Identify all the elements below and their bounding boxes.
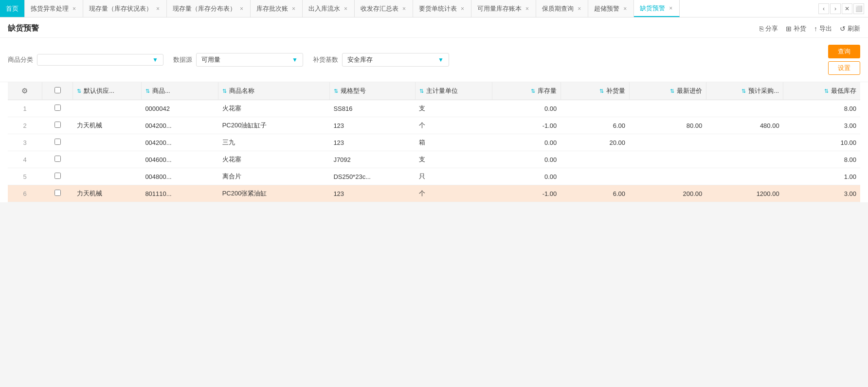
tab-close-btn[interactable]: ✕: [842, 3, 852, 14]
tab-batch-label: 库存批次账: [256, 4, 288, 13]
gear-icon[interactable]: ⚙: [21, 87, 28, 95]
table-container: ⚙ ⇅ 默认供应... ⇅ 商品...: [0, 82, 868, 202]
share-button[interactable]: ⎘ 分享: [760, 24, 778, 33]
row-checkbox-1[interactable]: [54, 122, 61, 128]
row-checkbox-0[interactable]: [54, 105, 61, 111]
replenish-icon: ⊞: [786, 25, 792, 33]
cell-checkbox-5[interactable]: [42, 185, 72, 202]
th-spec[interactable]: ⇅ 规格型号: [329, 82, 415, 100]
category-select[interactable]: ▼: [37, 54, 163, 66]
tab-batch-account[interactable]: 库存批次账 ×: [251, 0, 303, 17]
th-sku[interactable]: ⇅ 商品...: [141, 82, 218, 100]
tab-inventory-dist[interactable]: 现存量（库存分布表） ×: [167, 0, 251, 17]
th-min-stock[interactable]: ⇅ 最低库存: [783, 82, 860, 100]
th-replenish[interactable]: ⇅ 补货量: [561, 82, 629, 100]
table-row: 1 0000042 火花塞 SS816 支 0.00 8.00: [8, 100, 860, 117]
supplier-sort-icon: ⇅: [77, 88, 81, 94]
cell-checkbox-2[interactable]: [42, 134, 72, 151]
tab-overstock-label: 超储预警: [594, 4, 619, 13]
tab-batch-close[interactable]: ×: [291, 5, 296, 12]
tab-shortage-warning[interactable]: 缺货预警 ×: [634, 0, 680, 17]
refresh-button[interactable]: ↺ 刷新: [840, 24, 860, 33]
tab-order-stats[interactable]: 要货单统计表 ×: [413, 0, 471, 17]
cell-min-stock-2: 10.00: [783, 134, 860, 151]
datasource-label: 数据源: [173, 55, 192, 64]
tab-inventory-status-close[interactable]: ×: [155, 5, 161, 12]
th-stock[interactable]: ⇅ 库存量: [492, 82, 561, 100]
cell-stock-0: 0.00: [492, 100, 561, 117]
filter-replenish-basis-group: 补货基数 安全库存 ▼: [313, 53, 449, 67]
th-supplier[interactable]: ⇅ 默认供应...: [73, 82, 142, 100]
spec-sort-icon: ⇅: [334, 88, 338, 94]
query-button[interactable]: 查询: [828, 45, 860, 58]
tab-shortage-label: 缺货预警: [640, 4, 665, 13]
settings-button[interactable]: 设置: [828, 61, 860, 75]
cell-checkbox-0[interactable]: [42, 100, 72, 117]
tab-expiry-close[interactable]: ×: [577, 5, 582, 12]
tab-maximize-btn[interactable]: ⬜: [853, 3, 864, 14]
tab-order-close[interactable]: ×: [460, 5, 465, 12]
tab-overstock-warning[interactable]: 超储预警 ×: [588, 0, 634, 17]
tab-shortage-close[interactable]: ×: [668, 5, 673, 12]
export-button[interactable]: ↑ 导出: [814, 24, 832, 33]
name-sort-icon: ⇅: [222, 88, 227, 94]
th-latest-price[interactable]: ⇅ 最新进价: [629, 82, 706, 100]
header-actions: ⎘ 分享 ⊞ 补货 ↑ 导出 ↺ 刷新: [760, 24, 860, 33]
cell-forecast-5: 1200.00: [706, 185, 783, 202]
replenish-button[interactable]: ⊞ 补货: [786, 24, 806, 33]
select-all-checkbox[interactable]: [54, 87, 61, 93]
th-spec-label: 规格型号: [341, 87, 366, 95]
th-name-label: 商品名称: [229, 87, 254, 95]
tab-defect-process[interactable]: 拣货异常处理 ×: [25, 0, 83, 17]
refresh-label: 刷新: [848, 24, 860, 33]
tab-inventory-dist-close[interactable]: ×: [239, 5, 244, 12]
share-label: 分享: [765, 24, 778, 33]
th-gear[interactable]: ⚙: [8, 82, 42, 100]
th-name[interactable]: ⇅ 商品名称: [218, 82, 330, 100]
tab-prev-btn[interactable]: ‹: [818, 3, 829, 14]
cell-replenish-4: [561, 168, 629, 185]
tab-inventory-status[interactable]: 现存量（库存状况表） ×: [83, 0, 167, 17]
datasource-value: 可用量: [201, 55, 220, 64]
cell-checkbox-1[interactable]: [42, 117, 72, 134]
row-checkbox-4[interactable]: [54, 173, 61, 179]
page-header: 缺货预警 ⎘ 分享 ⊞ 补货 ↑ 导出 ↺ 刷新: [0, 18, 868, 38]
tab-inout-close[interactable]: ×: [343, 5, 348, 12]
category-arrow-icon: ▼: [152, 56, 158, 63]
cell-min-stock-4: 1.00: [783, 168, 860, 185]
replenish-basis-arrow-icon: ▼: [438, 56, 444, 63]
th-supplier-label: 默认供应...: [84, 87, 114, 95]
cell-min-stock-3: 8.00: [783, 151, 860, 168]
filter-bar: 商品分类 ▼ 数据源 可用量 ▼ 补货基数 安全库存 ▼ 查询 设置: [0, 38, 868, 82]
row-checkbox-2[interactable]: [54, 139, 61, 145]
tab-receipt-close[interactable]: ×: [401, 5, 407, 12]
th-forecast[interactable]: ⇅ 预计采购...: [706, 82, 783, 100]
tab-receipt-summary[interactable]: 收发存汇总表 ×: [355, 0, 413, 17]
tab-home[interactable]: 首页: [0, 0, 25, 17]
cell-replenish-2: 20.00: [561, 134, 629, 151]
row-checkbox-5[interactable]: [54, 190, 61, 196]
data-table: ⚙ ⇅ 默认供应... ⇅ 商品...: [8, 82, 860, 202]
th-unit[interactable]: ⇅ 主计量单位: [415, 82, 492, 100]
table-row: 6 力天机械 801110... PC200张紧油缸 123 个 -1.00 6…: [8, 185, 860, 202]
tab-next-btn[interactable]: ›: [830, 3, 841, 14]
tab-available-close[interactable]: ×: [524, 5, 530, 12]
cell-stock-1: -1.00: [492, 117, 561, 134]
tab-defect-close[interactable]: ×: [72, 5, 77, 12]
cell-checkbox-4[interactable]: [42, 168, 72, 185]
tab-inventory-dist-label: 现存量（库存分布表）: [173, 4, 236, 13]
cell-index-1: 2: [8, 117, 42, 134]
tab-inout-flow[interactable]: 出入库流水 ×: [303, 0, 355, 17]
replenish-basis-select[interactable]: 安全库存 ▼: [342, 53, 449, 67]
cell-supplier-1: 力天机械: [73, 117, 142, 134]
datasource-select[interactable]: 可用量 ▼: [196, 53, 303, 67]
tab-expiry-query[interactable]: 保质期查询 ×: [536, 0, 588, 17]
tab-overstock-close[interactable]: ×: [622, 5, 628, 12]
tab-defect-label: 拣货异常处理: [31, 4, 69, 13]
th-checkbox[interactable]: [42, 82, 72, 100]
replenish-sort-icon: ⇅: [599, 88, 604, 94]
row-checkbox-3[interactable]: [54, 156, 61, 162]
tab-available-ledger[interactable]: 可用量库存账本 ×: [471, 0, 536, 17]
cell-index-0: 1: [8, 100, 42, 117]
cell-checkbox-3[interactable]: [42, 151, 72, 168]
